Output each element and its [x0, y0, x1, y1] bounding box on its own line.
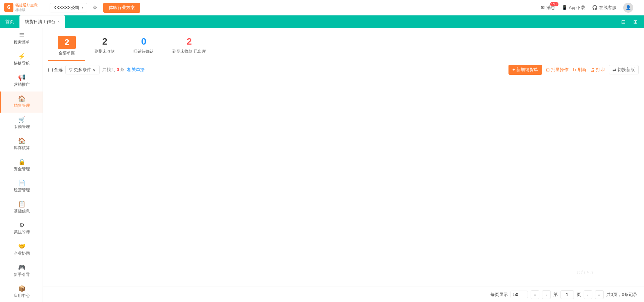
purchase-icon: 🛒: [18, 117, 25, 123]
sidebar-item-marketing[interactable]: 📢 营销推广: [0, 70, 43, 92]
sidebar-item-inventory[interactable]: 🏠 库存核算: [0, 134, 43, 155]
inventory-icon: 🏠: [18, 138, 25, 144]
switch-version-button[interactable]: ⇄ 切换新版: [609, 65, 639, 74]
sidebar-item-system[interactable]: ⚙ 系统管理: [0, 218, 43, 239]
page-size-label: 每页显示: [490, 292, 508, 298]
message-icon: ✉: [541, 5, 545, 10]
enterprise-icon: 🤝: [18, 243, 25, 249]
sales-icon: 🏠: [18, 96, 25, 102]
pagination-bar: 每页显示 50 100 200 « ‹ 第 页 › »: [43, 287, 644, 302]
refresh-icon: ↻: [573, 67, 576, 72]
gear-icon: ⚙: [93, 4, 97, 11]
marketing-icon: 📢: [18, 74, 25, 80]
settings-button[interactable]: ⚙: [90, 3, 100, 13]
main-container: ☰ 搜索菜单 ⚡ 快捷导航 📢 营销推广 🏠 销售管理 🛒 采购管理 🏠 库存核…: [0, 28, 644, 302]
page-number-input[interactable]: [560, 290, 574, 299]
filter-icon: ▽: [69, 67, 72, 72]
base-info-icon: 📋: [18, 201, 25, 207]
sidebar-item-enterprise[interactable]: 🤝 企业协同: [0, 239, 43, 260]
close-tab-icon[interactable]: ×: [57, 19, 60, 24]
switch-icon: ⇄: [612, 67, 616, 72]
app-center-icon: 📦: [18, 286, 25, 292]
select-all-checkbox[interactable]: 全选: [48, 67, 63, 73]
summary-card-overdue[interactable]: 2 到期未收款: [85, 32, 124, 61]
message-badge: 99+: [550, 2, 558, 6]
content-area: 2 全部单据 2 到期未收款 0 旺铺待确认 2 到期未收款 已出库 全选: [43, 28, 644, 302]
nav-tabs: 首页 钱货日清工作台 × ⊟ ⊞: [0, 15, 644, 28]
operations-icon: 📄: [18, 180, 25, 186]
summary-cards: 2 全部单据 2 到期未收款 0 旺铺待确认 2 到期未收款 已出库: [43, 28, 644, 61]
online-service-button[interactable]: 🎧 在线客服: [592, 5, 616, 11]
mobile-icon: 📱: [562, 5, 567, 10]
avatar[interactable]: 👤: [623, 3, 633, 13]
sidebar-item-app-center[interactable]: 📦 应用中心: [0, 282, 43, 302]
next-page-button[interactable]: ›: [584, 290, 592, 299]
toolbar: 全选 ▽ 更多条件 ∨ 共找到 0 条 相关单据 + 新增销货单 ⊞ 批量操作: [43, 61, 644, 78]
logo-icon: 6: [4, 3, 13, 12]
experience-button[interactable]: 体验行业方案: [103, 3, 140, 13]
summary-card-all[interactable]: 2 全部单据: [48, 32, 85, 61]
page-prefix-label: 第: [553, 292, 558, 298]
found-text: 共找到 0 条: [102, 67, 124, 73]
add-sales-order-button[interactable]: + 新增销货单: [508, 65, 542, 75]
prev-page-icon: ‹: [545, 292, 547, 297]
batch-icon: ⊞: [546, 67, 550, 72]
top-header: 6 畅捷通好生意 标准版 XXXXXX公司 ▾ ⚙ 体验行业方案 ✉ 消息 99…: [0, 0, 644, 15]
quick-nav-icon: ⚡: [18, 53, 25, 59]
toolbar-right: + 新增销货单 ⊞ 批量操作 ↻ 刷新 🖨 打印 ⇄ 切换新版: [508, 65, 639, 75]
overdue-shipped-label: 到期未收款 已出库: [172, 49, 206, 54]
page-size-select[interactable]: 50 100 200: [511, 291, 528, 298]
app-download-button[interactable]: 📱 App下载: [562, 5, 585, 11]
headset-icon: 🎧: [592, 5, 597, 10]
overdue-count: 2: [102, 36, 108, 47]
sidebar-item-search-menu[interactable]: ☰ 搜索菜单: [0, 28, 43, 49]
summary-card-overdue-shipped[interactable]: 2 到期未收款 已出库: [163, 32, 215, 61]
all-count: 2: [58, 36, 76, 49]
chevron-down-icon: ▾: [82, 5, 84, 10]
logo-area: 6 畅捷通好生意 标准版: [4, 3, 47, 12]
filter-button[interactable]: ▽ 更多条件 ∨: [65, 65, 100, 74]
tab-home[interactable]: 首页: [0, 15, 19, 28]
logo-text: 畅捷通好生意 标准版: [15, 3, 38, 12]
tab-active[interactable]: 钱货日清工作台 ×: [19, 15, 65, 28]
minimize-button[interactable]: ⊟: [619, 17, 628, 26]
message-button[interactable]: ✉ 消息 99+: [541, 5, 555, 11]
first-page-icon: «: [534, 292, 536, 297]
print-button[interactable]: 🖨 打印: [590, 67, 605, 73]
overdue-label: 到期未收款: [95, 49, 115, 54]
last-page-icon: »: [598, 292, 600, 297]
refresh-button[interactable]: ↻ 刷新: [573, 67, 586, 73]
company-name: XXXXXX公司: [53, 5, 79, 11]
sidebar: ☰ 搜索菜单 ⚡ 快捷导航 📢 营销推广 🏠 销售管理 🛒 采购管理 🏠 库存核…: [0, 28, 43, 302]
page-suffix-label: 页: [577, 292, 581, 298]
chevron-down-icon: ∨: [93, 67, 96, 72]
print-icon: 🖨: [590, 67, 595, 72]
total-records-label: 共0页，0条记录: [606, 292, 637, 298]
sidebar-item-sales[interactable]: 🏠 销售管理: [0, 92, 43, 113]
last-page-button[interactable]: »: [595, 290, 604, 299]
overdue-shipped-count: 2: [186, 36, 192, 47]
related-bills-link[interactable]: 相关单据: [127, 67, 145, 73]
found-count: 0: [117, 67, 119, 72]
all-label: 全部单据: [59, 50, 75, 56]
batch-operations-button[interactable]: ⊞ 批量操作: [546, 67, 569, 73]
select-all-input[interactable]: [48, 68, 53, 72]
sidebar-item-finance[interactable]: 🔒 资金管理: [0, 155, 43, 176]
user-icon: 👤: [626, 5, 631, 10]
pending-label: 旺铺待确认: [133, 49, 154, 54]
sidebar-item-operations[interactable]: 📄 经营管理: [0, 176, 43, 197]
maximize-button[interactable]: ⊞: [631, 17, 640, 26]
first-page-button[interactable]: «: [531, 290, 539, 299]
next-page-icon: ›: [587, 292, 588, 297]
prev-page-button[interactable]: ‹: [542, 290, 551, 299]
header-right: ✉ 消息 99+ 📱 App下载 🎧 在线客服 👤: [541, 3, 640, 13]
sidebar-item-quick-nav[interactable]: ⚡ 快捷导航: [0, 49, 43, 70]
system-icon: ⚙: [19, 222, 24, 228]
empty-table-area: [43, 78, 644, 287]
summary-card-pending[interactable]: 0 旺铺待确认: [124, 32, 163, 61]
sidebar-item-beginner[interactable]: 🎮 新手引导: [0, 260, 43, 282]
company-selector[interactable]: XXXXXX公司 ▾: [50, 3, 87, 12]
sidebar-item-purchase[interactable]: 🛒 采购管理: [0, 113, 43, 134]
sidebar-item-base-info[interactable]: 📋 基础信息: [0, 197, 43, 218]
pending-count: 0: [141, 36, 147, 47]
